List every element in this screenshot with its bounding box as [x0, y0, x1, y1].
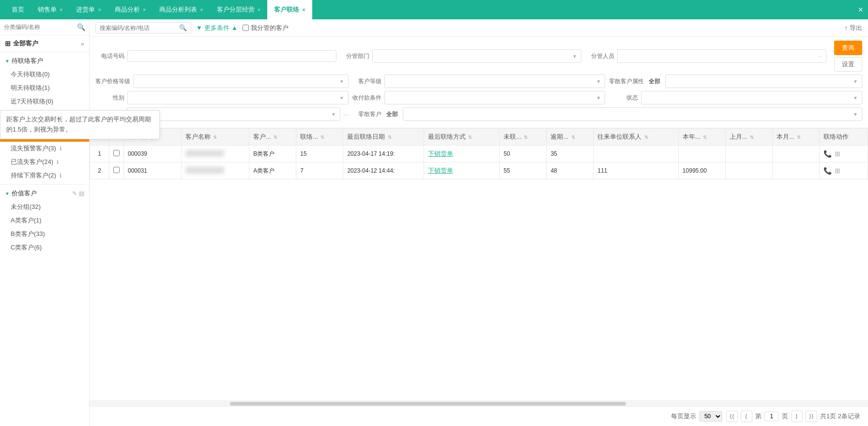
more-conditions-button[interactable]: ▼ 更多条件 ▲: [196, 24, 238, 32]
row-1-check: [109, 146, 124, 162]
row-1-unpaid: 50: [500, 146, 547, 162]
sidebar-item-c-class[interactable]: C类客户(6): [0, 241, 89, 254]
contact-person-sort-icon[interactable]: ⇅: [644, 134, 648, 140]
sidebar-search-icon: 🔍: [77, 23, 85, 31]
phone-input[interactable]: [127, 50, 336, 62]
product-analysis-tab-close[interactable]: ×: [143, 7, 146, 13]
retail-attr-label: 零散客户属性: [609, 77, 644, 86]
row-2-name: [182, 162, 249, 179]
lastmonth-sort-icon[interactable]: ⇅: [750, 134, 754, 140]
filter-cell-phone: 电话号码: [95, 50, 336, 62]
edit-icon2[interactable]: ▤: [79, 190, 84, 197]
thismonth-sort-icon[interactable]: ⇅: [797, 134, 801, 140]
row-2-method-link[interactable]: 下销货单: [428, 167, 453, 174]
sidebar-search-input[interactable]: [4, 24, 77, 30]
pending-section-title[interactable]: ▼ 待联络客户: [0, 54, 89, 68]
sidebar-collapse-icon[interactable]: »: [81, 40, 84, 47]
unpaid-sort-icon[interactable]: ⇅: [524, 134, 528, 140]
row-1-link-icon[interactable]: ⊞: [835, 150, 840, 158]
my-customers-checkbox[interactable]: [243, 25, 249, 31]
customer-contact-tab-close[interactable]: ×: [302, 7, 305, 13]
sidebar-item-ungrouped[interactable]: 未分组(32): [0, 200, 89, 214]
sidebar-item-churned[interactable]: 已流失客户(24) ℹ: [0, 155, 89, 169]
edit-icon[interactable]: ✎: [72, 190, 77, 197]
nav-tab-sales[interactable]: 销售单 ×: [31, 0, 69, 19]
row-1-type: B类客户: [249, 146, 296, 162]
main-search-input[interactable]: [100, 25, 177, 31]
sidebar-item-a-class[interactable]: A类客户(1): [0, 214, 89, 227]
filter-more-dots[interactable]: ···: [343, 111, 349, 118]
per-page-select[interactable]: 50: [699, 411, 722, 422]
row-1-checkbox[interactable]: [113, 150, 120, 156]
payment-select[interactable]: ▼: [384, 91, 606, 104]
settings-button[interactable]: 设置: [834, 57, 862, 72]
page-suffix: 页: [782, 412, 788, 421]
row-2-checkbox[interactable]: [113, 167, 120, 173]
filter-cell-status: 状态 ▼: [609, 91, 862, 104]
row-2-link-icon[interactable]: ⊞: [835, 167, 840, 175]
close-window-button[interactable]: ×: [858, 5, 863, 15]
nav-tab-product-list[interactable]: 商品分析列表 ×: [152, 0, 210, 19]
sidebar-item-tomorrow[interactable]: 明天待联络(1): [0, 81, 89, 95]
query-button[interactable]: 查询: [834, 41, 862, 55]
nav-tab-product-analysis[interactable]: 商品分析 ×: [108, 0, 152, 19]
sidebar-divider-2: [0, 184, 89, 185]
dept-select[interactable]: ▼: [372, 49, 581, 63]
retail-value: 全部: [386, 110, 398, 118]
customer-grade-select[interactable]: ▼: [384, 74, 606, 88]
page-number-input[interactable]: [764, 411, 779, 421]
price-grade-arrow: ▼: [339, 79, 344, 84]
gender-select[interactable]: ▼: [127, 91, 349, 104]
table-row: 2 000031 A类客户 7 2023-04-12 14:44: 下销货单 5…: [90, 162, 868, 179]
retail-attr-select[interactable]: ▼: [665, 74, 862, 88]
export-button[interactable]: ↑ 导出: [845, 24, 863, 32]
row-1-method-link[interactable]: 下销货单: [428, 150, 453, 157]
status-select[interactable]: ▼: [641, 91, 862, 104]
page-first-button[interactable]: ⟨⟨: [726, 411, 738, 422]
sales-tab-label: 销售单: [38, 5, 57, 14]
more-conditions-label: 更多条件: [204, 24, 229, 32]
filter-cell-price-grade: 客户价格等级 ▼: [95, 74, 349, 88]
sales-tab-close[interactable]: ×: [60, 7, 62, 13]
row-2-last-method: 下销货单: [424, 162, 500, 179]
purchase-tab-close[interactable]: ×: [98, 7, 101, 13]
row-2-code: 000031: [124, 162, 182, 179]
payment-label: 收付款条件: [352, 94, 381, 102]
filter-cell-retail: 零散客户 全部 ▼: [352, 107, 862, 121]
sidebar-item-7days[interactable]: 近7天待联络(0): [0, 95, 89, 108]
retail-select[interactable]: ▼: [403, 107, 862, 121]
manager-select[interactable]: ···: [617, 49, 826, 63]
retail-attr-arrow: ▼: [853, 79, 858, 84]
row-1-contact-count: 15: [296, 146, 343, 162]
my-customers-filter[interactable]: 我分管的客户: [243, 24, 289, 32]
page-next-button[interactable]: ⟩: [791, 411, 803, 422]
price-grade-select[interactable]: ▼: [133, 74, 349, 88]
sidebar-item-today[interactable]: 今天待联络(0): [0, 68, 89, 81]
sidebar-item-b-class[interactable]: B类客户(33): [0, 227, 89, 241]
type-sort-icon[interactable]: ⇅: [274, 134, 277, 140]
product-list-tab-close[interactable]: ×: [200, 7, 203, 13]
name-sort-icon[interactable]: ⇅: [213, 134, 217, 140]
last-method-sort-icon[interactable]: ⇅: [468, 134, 472, 140]
filter-row-2: 客户价格等级 ▼ 客户等级 ▼ 零散客户属性 全部: [95, 74, 862, 88]
overdue-sort-icon[interactable]: ⇅: [571, 134, 575, 140]
row-1-phone-icon[interactable]: 📞: [823, 150, 832, 158]
sidebar-all-customers-header[interactable]: ⊞ 全部客户 »: [0, 35, 89, 52]
contact-count-sort-icon[interactable]: ⇅: [320, 134, 324, 140]
nav-tab-purchase[interactable]: 进货单 ×: [69, 0, 107, 19]
year-sort-icon[interactable]: ⇅: [703, 134, 707, 140]
sidebar-item-churn-warning[interactable]: 流失预警客户(3) ℹ: [0, 142, 89, 155]
last-date-sort-icon[interactable]: ⇅: [388, 134, 392, 140]
sidebar-item-declining[interactable]: 持续下滑客户(2) ℹ: [0, 169, 89, 182]
page-prev-button[interactable]: ⟨: [741, 411, 752, 422]
main-search-icon: 🔍: [179, 24, 187, 31]
nav-tab-customer-contact[interactable]: 客户联络 ×: [267, 0, 312, 19]
horizontal-scrollbar[interactable]: [90, 400, 868, 406]
scroll-thumb[interactable]: [230, 402, 626, 406]
value-section-header[interactable]: ▼ 价值客户 ✎ ▤: [0, 187, 89, 200]
page-last-button[interactable]: ⟩⟩: [806, 411, 817, 422]
customer-tier-tab-close[interactable]: ×: [258, 7, 260, 13]
row-2-phone-icon[interactable]: 📞: [823, 167, 832, 175]
nav-tab-home[interactable]: 首页: [5, 0, 31, 19]
nav-tab-customer-tier[interactable]: 客户分层经营 ×: [210, 0, 267, 19]
